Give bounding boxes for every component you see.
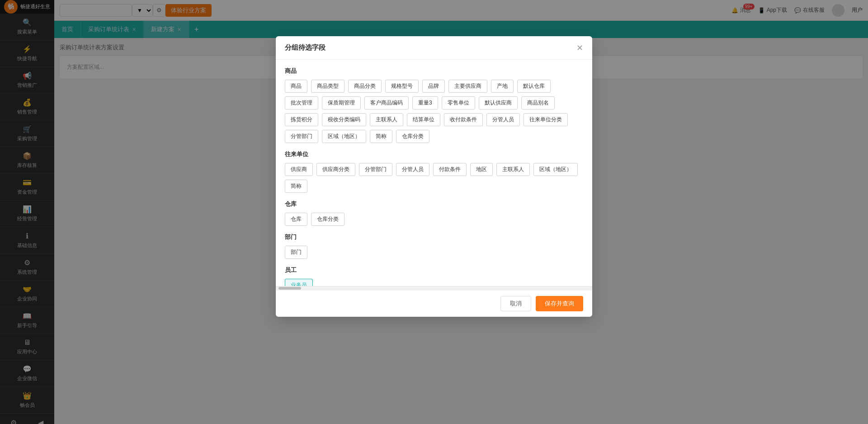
field-tag[interactable]: 分管人员 xyxy=(396,163,429,176)
field-tag[interactable]: 简称 xyxy=(285,180,307,193)
modal-footer: 取消 保存并查询 xyxy=(276,290,592,317)
field-tag[interactable]: 商品分类 xyxy=(348,80,382,93)
field-tag[interactable]: 付款条件 xyxy=(433,163,467,176)
field-grid-goods: 商品 商品类型 商品分类 规格型号 品牌 主要供应商 产地 默认仓库 批次管理 … xyxy=(285,80,583,143)
field-tag[interactable]: 收付款条件 xyxy=(444,113,483,126)
field-tag[interactable]: 默认供应商 xyxy=(479,96,518,110)
field-tag[interactable]: 主要供应商 xyxy=(448,80,487,93)
field-tag[interactable]: 税收分类编码 xyxy=(322,113,366,126)
field-tag[interactable]: 商品 xyxy=(285,80,307,93)
section-title-department: 部门 xyxy=(285,233,583,241)
cancel-button[interactable]: 取消 xyxy=(500,296,531,311)
confirm-button[interactable]: 保存并查询 xyxy=(536,296,583,311)
field-tag[interactable]: 拣货积分 xyxy=(285,113,318,126)
field-grid-warehouse: 仓库 仓库分类 xyxy=(285,213,583,226)
field-tag[interactable]: 主联系人 xyxy=(370,113,403,126)
field-tag[interactable]: 产地 xyxy=(491,80,514,93)
field-tag[interactable]: 保质期管理 xyxy=(322,96,361,110)
field-tag[interactable]: 往来单位分类 xyxy=(524,113,568,126)
modal-body: 商品 商品 商品类型 商品分类 规格型号 品牌 主要供应商 产地 默认仓库 批次… xyxy=(276,60,592,286)
section-title-staff: 员工 xyxy=(285,266,583,274)
modal-title: 分组待选字段 xyxy=(285,43,326,52)
field-tag[interactable]: 地区 xyxy=(470,163,493,176)
field-tag[interactable]: 部门 xyxy=(285,246,307,259)
field-tag[interactable]: 规格型号 xyxy=(385,80,419,93)
field-tag[interactable]: 仓库分类 xyxy=(311,213,344,226)
modal-close-button[interactable]: ✕ xyxy=(576,44,583,52)
field-tag[interactable]: 品牌 xyxy=(422,80,445,93)
field-tag[interactable]: 仓库 xyxy=(285,213,307,226)
field-tag[interactable]: 区域（地区） xyxy=(533,163,578,176)
modal-dialog: 分组待选字段 ✕ 商品 商品 商品类型 商品分类 规格型号 品牌 主要供应商 产… xyxy=(276,36,592,317)
field-tag[interactable]: 分管部门 xyxy=(359,163,392,176)
field-tag[interactable]: 供应商 xyxy=(285,163,313,176)
field-grid-staff: 业务员 xyxy=(285,279,583,286)
field-tag[interactable]: 供应商分类 xyxy=(316,163,355,176)
field-tag[interactable]: 商品类型 xyxy=(311,80,344,93)
modal-overlay: 分组待选字段 ✕ 商品 商品 商品类型 商品分类 规格型号 品牌 主要供应商 产… xyxy=(0,0,868,424)
field-tag[interactable]: 默认仓库 xyxy=(517,80,551,93)
field-tag[interactable]: 简称 xyxy=(370,130,392,143)
field-tag[interactable]: 主联系人 xyxy=(496,163,530,176)
field-tag[interactable]: 重量3 xyxy=(412,96,438,110)
field-tag[interactable]: 结算单位 xyxy=(407,113,440,126)
field-tag[interactable]: 仓库分类 xyxy=(396,130,429,143)
modal-horizontal-scrollbar[interactable] xyxy=(276,286,592,290)
field-tag-business[interactable]: 业务员 xyxy=(285,279,313,286)
field-tag[interactable]: 分管人员 xyxy=(486,113,520,126)
field-grid-partner: 供应商 供应商分类 分管部门 分管人员 付款条件 地区 主联系人 区域（地区） … xyxy=(285,163,583,193)
field-tag[interactable]: 分管部门 xyxy=(285,130,318,143)
field-tag[interactable]: 客户商品编码 xyxy=(364,96,409,110)
section-title-goods: 商品 xyxy=(285,67,583,75)
field-tag[interactable]: 商品别名 xyxy=(521,96,555,110)
section-title-warehouse: 仓库 xyxy=(285,200,583,208)
field-tag[interactable]: 批次管理 xyxy=(285,96,318,110)
field-grid-department: 部门 xyxy=(285,246,583,259)
modal-header: 分组待选字段 ✕ xyxy=(276,36,592,60)
field-tag[interactable]: 区域（地区） xyxy=(322,130,366,143)
field-tag[interactable]: 零售单位 xyxy=(442,96,475,110)
section-title-partner: 往来单位 xyxy=(285,150,583,158)
